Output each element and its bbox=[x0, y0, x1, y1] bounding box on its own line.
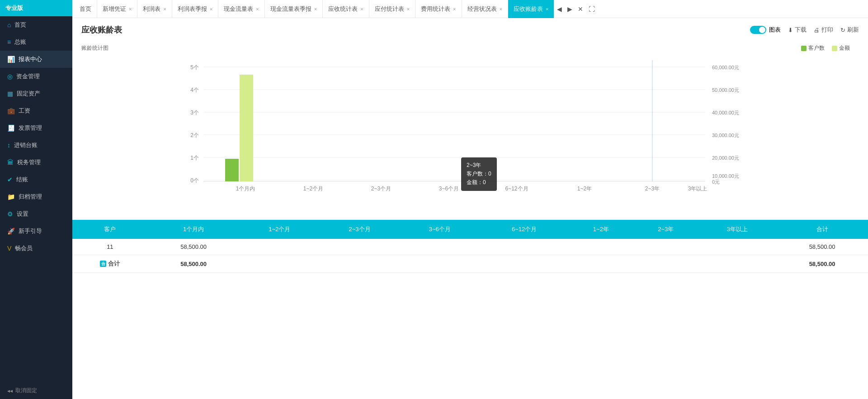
svg-text:50,000.00元: 50,000.00元 bbox=[712, 87, 739, 93]
tab-receivable-stat[interactable]: 应收统计表 × bbox=[323, 0, 369, 18]
sidebar-item-label: 首页 bbox=[14, 21, 26, 29]
cell-6-12m bbox=[480, 239, 568, 255]
sidebar-item-label: 新手引导 bbox=[19, 227, 42, 235]
tab-profit-quarter[interactable]: 利润表季报 × bbox=[172, 0, 218, 18]
table-row: 11 58,500.00 58,500.00 bbox=[72, 239, 868, 255]
sidebar-item-guide[interactable]: 🚀 新手引导 bbox=[0, 223, 72, 240]
sidebar-item-invoice[interactable]: 🧾 发票管理 bbox=[0, 119, 72, 137]
refresh-button[interactable]: ↻ 刷新 bbox=[840, 26, 859, 34]
svg-text:0元: 0元 bbox=[712, 179, 720, 185]
sidebar-item-settings[interactable]: ⚙ 设置 bbox=[0, 205, 72, 223]
legend-amount: 金额 bbox=[832, 44, 850, 52]
refresh-label: 刷新 bbox=[847, 26, 859, 34]
tab-voucher-close[interactable]: × bbox=[129, 6, 132, 12]
svg-text:1个: 1个 bbox=[190, 155, 199, 161]
chart-toggle-wrap: 图表 bbox=[750, 26, 781, 34]
tab-profit[interactable]: 利润表 × bbox=[137, 0, 172, 18]
total-1-2m bbox=[240, 255, 320, 273]
sidebar-item-funds[interactable]: ◎ 资金管理 bbox=[0, 68, 72, 85]
sidebar-item-ledger[interactable]: ≡ 总账 bbox=[0, 33, 72, 51]
pin-label: 取消固定 bbox=[15, 387, 37, 394]
svg-text:1~2个月: 1~2个月 bbox=[303, 185, 323, 192]
sidebar-item-assets[interactable]: ▦ 固定资产 bbox=[0, 85, 72, 102]
tooltip-amount: 金额：0 bbox=[467, 178, 491, 187]
sidebar-item-archive[interactable]: 📁 归档管理 bbox=[0, 188, 72, 205]
tab-receivable-age-close[interactable]: × bbox=[546, 6, 548, 12]
svg-text:40,000.00元: 40,000.00元 bbox=[712, 110, 739, 115]
sidebar-pin-toggle[interactable]: ◂◂ 取消固定 bbox=[0, 382, 72, 399]
th-1-2y: 1~2年 bbox=[569, 220, 633, 239]
tab-receivable-stat-close[interactable]: × bbox=[360, 6, 363, 12]
tab-profit-close[interactable]: × bbox=[163, 6, 166, 12]
tab-close-all[interactable]: ✕ bbox=[575, 0, 586, 18]
sidebar-item-salary[interactable]: 💼 工资 bbox=[0, 102, 72, 119]
cell-1m: 58,500.00 bbox=[148, 239, 240, 255]
tab-payable-stat[interactable]: 应付统计表 × bbox=[369, 0, 415, 18]
assets-icon: ▦ bbox=[7, 90, 13, 97]
tab-profit-quarter-label: 利润表季报 bbox=[178, 5, 207, 13]
tab-voucher[interactable]: 新增凭证 × bbox=[97, 0, 137, 18]
tab-cashflow-quarter[interactable]: 现金流量表季报 × bbox=[265, 0, 323, 18]
print-label: 打印 bbox=[821, 26, 833, 34]
tab-receivable-age[interactable]: 应收账龄表 × bbox=[508, 0, 554, 18]
total-6-12m bbox=[480, 255, 568, 273]
total-1-2y bbox=[569, 255, 633, 273]
tab-expense-stat-close[interactable]: × bbox=[453, 6, 456, 12]
tab-operation-stat[interactable]: 经营状况表 × bbox=[462, 0, 508, 18]
total-label: 合 合计 bbox=[77, 260, 143, 268]
total-label-cell: 合 合计 bbox=[72, 255, 148, 273]
svg-text:20,000.00元: 20,000.00元 bbox=[712, 155, 739, 161]
th-6-12m: 6~12个月 bbox=[480, 220, 568, 239]
sidebar-item-close[interactable]: ✔ 结账 bbox=[0, 171, 72, 188]
tab-payable-stat-label: 应付统计表 bbox=[375, 5, 404, 13]
tab-bar: 首页 新增凭证 × 利润表 × 利润表季报 × 现金流量表 × 现金流量表季报 … bbox=[72, 0, 868, 18]
svg-text:1~2年: 1~2年 bbox=[577, 185, 592, 192]
member-icon: V bbox=[7, 245, 11, 252]
tab-payable-stat-close[interactable]: × bbox=[407, 6, 410, 12]
total-row: 合 合计 58,500.00 58,500.00 bbox=[72, 255, 868, 273]
content-area: 应收账龄表 图表 ⬇ 下载 🖨 打印 ↻ 刷新 bbox=[72, 18, 868, 399]
sidebar-item-label: 税务管理 bbox=[17, 158, 41, 166]
sidebar-item-reports[interactable]: 📊 报表中心 bbox=[0, 51, 72, 68]
sidebar-item-label: 进销台账 bbox=[14, 141, 38, 149]
tab-cashflow[interactable]: 现金流量表 × bbox=[218, 0, 264, 18]
print-button[interactable]: 🖨 打印 bbox=[814, 26, 833, 34]
svg-text:30,000.00元: 30,000.00元 bbox=[712, 133, 739, 138]
legend-customer-label: 客户数 bbox=[808, 44, 825, 52]
tab-profit-quarter-close[interactable]: × bbox=[210, 6, 212, 12]
inventory-icon: ↕ bbox=[7, 142, 10, 149]
sidebar-item-tax[interactable]: 🏛 税务管理 bbox=[0, 154, 72, 171]
tab-home-label: 首页 bbox=[80, 5, 91, 13]
chart-title: 账龄统计图 bbox=[81, 44, 859, 52]
tab-home[interactable]: 首页 bbox=[74, 0, 97, 18]
tab-cashflow-quarter-close[interactable]: × bbox=[314, 6, 317, 12]
th-1m: 1个月内 bbox=[148, 220, 240, 239]
tab-receivable-stat-label: 应收统计表 bbox=[328, 5, 358, 13]
tab-profit-label: 利润表 bbox=[143, 5, 160, 13]
svg-text:2~3个月: 2~3个月 bbox=[371, 185, 391, 192]
tab-cashflow-label: 现金流量表 bbox=[224, 5, 253, 13]
svg-text:60,000.00元: 60,000.00元 bbox=[712, 65, 739, 70]
tab-nav-left[interactable]: ◀ bbox=[554, 0, 565, 18]
table-header-row: 客户 1个月内 1~2个月 2~3个月 3~6个月 6~12个月 1~2年 2~… bbox=[72, 220, 868, 239]
sidebar-item-home[interactable]: ⌂ 首页 bbox=[0, 16, 72, 33]
sidebar-logo: 专业版 bbox=[0, 0, 72, 16]
tab-maximize[interactable]: ⛶ bbox=[586, 0, 598, 18]
funds-icon: ◎ bbox=[7, 73, 13, 80]
svg-text:0个: 0个 bbox=[190, 177, 199, 184]
sidebar-item-label: 归档管理 bbox=[19, 193, 42, 201]
sidebar-item-member[interactable]: V 畅会员 bbox=[0, 240, 72, 257]
chart-tooltip: 2~3年 客户数：0 金额：0 bbox=[461, 157, 497, 191]
sidebar-item-inventory[interactable]: ↕ 进销台账 bbox=[0, 137, 72, 154]
tab-expense-stat-label: 费用统计表 bbox=[421, 5, 450, 13]
tab-nav-right[interactable]: ▶ bbox=[565, 0, 575, 18]
sidebar-item-label: 设置 bbox=[17, 210, 28, 218]
print-icon: 🖨 bbox=[814, 27, 820, 33]
download-button[interactable]: ⬇ 下载 bbox=[788, 26, 807, 34]
tab-operation-stat-close[interactable]: × bbox=[500, 6, 502, 12]
chart-toggle[interactable] bbox=[750, 26, 766, 34]
total-total: 58,500.00 bbox=[776, 255, 868, 273]
tab-expense-stat[interactable]: 费用统计表 × bbox=[415, 0, 462, 18]
svg-text:2~3年: 2~3年 bbox=[645, 185, 660, 192]
tab-cashflow-close[interactable]: × bbox=[256, 6, 259, 12]
